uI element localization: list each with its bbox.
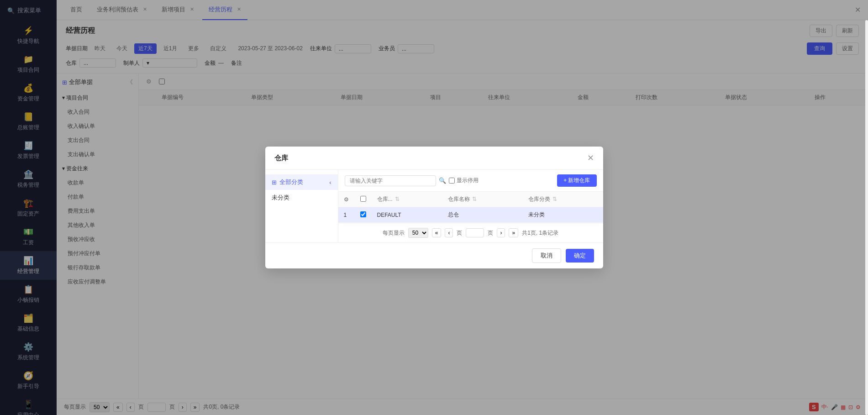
modal-next-btn[interactable]: › xyxy=(497,228,505,237)
modal-col-checkbox xyxy=(355,192,372,207)
show-disabled-label: 显示停用 xyxy=(457,177,479,184)
modal-tree: ⊞ 全部分类 ‹ 未分类 xyxy=(265,170,338,242)
modal-body: ⊞ 全部分类 ‹ 未分类 🔍 xyxy=(265,170,603,242)
row-checkbox[interactable] xyxy=(355,207,372,223)
modal-overlay[interactable]: 仓库 ✕ ⊞ 全部分类 ‹ 未分类 xyxy=(0,0,868,415)
modal-tree-uncategorized[interactable]: 未分类 xyxy=(265,190,338,205)
add-warehouse-button[interactable]: + 新增仓库 xyxy=(557,174,596,187)
modal-tree-grid-icon: ⊞ xyxy=(272,179,277,186)
modal-search-input[interactable] xyxy=(345,175,436,186)
modal-pagination: 每页显示 50 « ‹ 页 1 页 › » 共1页, 1条记录 xyxy=(338,223,603,242)
modal-page-label2: 页 xyxy=(488,229,493,237)
table-row[interactable]: 1 DEFAULT 总仓 未分类 xyxy=(338,207,603,223)
modal-tree-all[interactable]: ⊞ 全部分类 ‹ xyxy=(265,174,338,190)
modal-confirm-button[interactable]: 确定 xyxy=(566,249,594,263)
modal-tree-all-label: 全部分类 xyxy=(279,178,303,186)
col-name-sort-icon: ⇅ xyxy=(472,196,477,202)
modal-page-label: 页 xyxy=(457,229,462,237)
modal-actions: 取消 确定 xyxy=(265,242,603,268)
modal-table: ⚙ 仓库... ⇅ 仓库名称 ⇅ xyxy=(338,192,603,223)
modal-content-area: 🔍 显示停用 + 新增仓库 ⚙ xyxy=(338,170,603,242)
row-name: 总仓 xyxy=(442,207,523,223)
modal-col-category: 仓库分类 ⇅ xyxy=(523,192,603,207)
modal-close-button[interactable]: ✕ xyxy=(587,153,594,163)
modal-last-btn[interactable]: » xyxy=(509,228,518,237)
row-category: 未分类 xyxy=(523,207,603,223)
row-code: DEFAULT xyxy=(372,207,442,223)
col-category-sort-icon: ⇅ xyxy=(552,196,557,202)
modal-search-icon[interactable]: 🔍 xyxy=(439,177,446,184)
modal-title: 仓库 xyxy=(274,154,288,163)
modal-tree-uncat-label: 未分类 xyxy=(272,194,289,202)
modal-col-name: 仓库名称 ⇅ xyxy=(442,192,523,207)
modal-header: 仓库 ✕ xyxy=(265,147,603,170)
modal-per-page-select[interactable]: 50 xyxy=(408,228,428,238)
col-code-sort-icon: ⇅ xyxy=(395,196,400,202)
modal-first-btn[interactable]: « xyxy=(432,228,442,237)
show-disabled-checkbox[interactable] xyxy=(449,178,455,184)
modal-page-input[interactable]: 1 xyxy=(466,228,484,237)
modal-prev-btn[interactable]: ‹ xyxy=(445,228,453,237)
modal-table-wrap: ⚙ 仓库... ⇅ 仓库名称 ⇅ xyxy=(338,192,603,223)
warehouse-modal: 仓库 ✕ ⊞ 全部分类 ‹ 未分类 xyxy=(265,147,603,268)
modal-search: 🔍 显示停用 xyxy=(345,175,479,186)
modal-per-page-label: 每页显示 xyxy=(383,229,405,237)
modal-col-code: 仓库... ⇅ xyxy=(372,192,442,207)
modal-select-all[interactable] xyxy=(360,196,366,202)
modal-cancel-button[interactable]: 取消 xyxy=(532,248,561,263)
modal-show-disabled[interactable]: 显示停用 xyxy=(449,177,479,184)
modal-tree-toggle-icon: ‹ xyxy=(329,179,331,186)
modal-total-info: 共1页, 1条记录 xyxy=(522,229,558,237)
modal-toolbar: 🔍 显示停用 + 新增仓库 xyxy=(338,170,603,192)
row-no: 1 xyxy=(338,207,355,223)
modal-col-gear: ⚙ xyxy=(338,192,355,207)
